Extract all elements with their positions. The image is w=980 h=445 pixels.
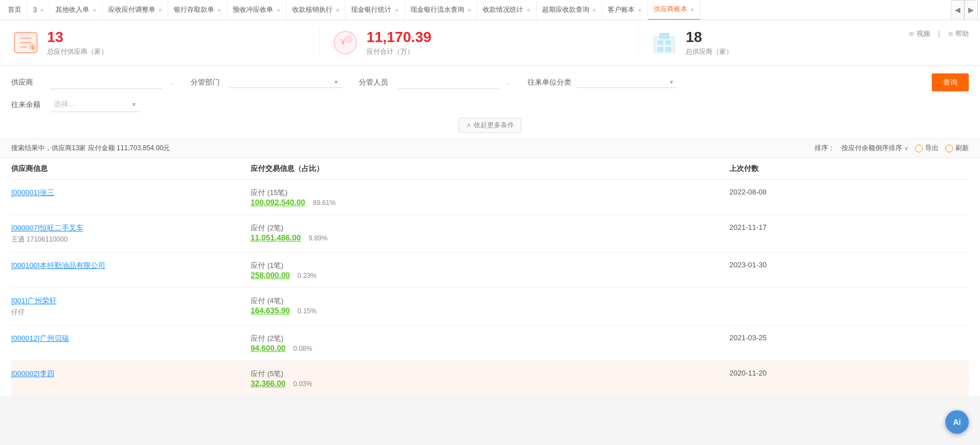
nav-tab-3-close[interactable]: × [40, 7, 44, 13]
tx-count-4: (4笔) [267, 296, 284, 305]
transaction-info-5: 应付 (2笔) 94,600.00 0.08% [251, 333, 729, 353]
nav-tab-cash-flow-label: 现金银行流水查询 [410, 5, 464, 15]
nav-tab-overdue-label: 超期应收款查询 [542, 5, 589, 15]
last-pay-2: 2021-11-17 [729, 223, 969, 231]
payable-suppliers-text: 13 总应付供应商（家） [47, 29, 108, 57]
payable-total-text: 11,170.39 应付合计（万） [367, 29, 432, 57]
nav-tab-cash-flow[interactable]: 现金银行流水查询 × [405, 0, 477, 20]
nav-tab-adjustment-close[interactable]: × [159, 7, 162, 13]
sort-label: 排序： [815, 143, 835, 153]
nav-tab-collection-stats-close[interactable]: × [526, 7, 530, 13]
nav-tab-home[interactable]: 首页 [2, 0, 27, 20]
svg-rect-15 [665, 47, 671, 52]
refresh-button[interactable]: 刷新 [945, 143, 969, 153]
nav-tab-adjustment[interactable]: 应收应付调整单 × [103, 0, 168, 20]
tx-count-2: (2笔) [267, 224, 284, 232]
nav-tab-collection-close[interactable]: × [336, 7, 339, 13]
supplier-link-6[interactable]: [000002]李四 [11, 369, 251, 379]
tx-amount-3[interactable]: 258,000.00 [251, 271, 290, 280]
supplier-link-3[interactable]: [000100]本特勤油品有限公司 [11, 261, 251, 271]
tx-count-1: (15笔) [267, 188, 288, 197]
tx-amount-4[interactable]: 164,635.90 [251, 306, 290, 315]
svg-text:¥: ¥ [31, 45, 34, 50]
payable-suppliers-value: 13 [47, 29, 108, 46]
supplier-info-3: [000100]本特勤油品有限公司 [11, 261, 251, 271]
collapse-filters-button[interactable]: ∧ 收起更多条件 [459, 118, 521, 133]
nav-tab-other-income-close[interactable]: × [93, 7, 96, 13]
dept-filter-label: 分管部门 [191, 77, 224, 87]
supplier-filter-label: 供应商 [11, 77, 45, 87]
payable-total-value: 11,170.39 [367, 29, 432, 46]
export-button[interactable]: 导出 [915, 143, 939, 153]
tx-pct-4: 0.15% [298, 307, 317, 315]
person-filter-dots[interactable]: ... [506, 80, 510, 86]
filter-row-1: 供应商 ... 分管部门 ▼ 分管人员 ... 往来单位分类 ▼ 查询 [11, 73, 969, 91]
supplier-filter-input[interactable] [50, 76, 163, 89]
nav-tab-overdue-close[interactable]: × [593, 7, 596, 13]
svg-rect-11 [654, 37, 674, 53]
result-summary-text: 搜索结果中，供应商13家 应付金额 111,703,854.00元 [11, 143, 170, 153]
nav-tab-bank-deposit[interactable]: 银行存取款单 × [168, 0, 227, 20]
supplier-link-5[interactable]: [000012]广州贝瑞 [11, 333, 251, 344]
supplier-sub-2: 王通 17106110000 [11, 235, 251, 244]
nav-prev-arrow[interactable]: ◀ [951, 0, 964, 20]
tx-label-2: 应付 [251, 224, 265, 232]
supplier-info-1: [000001]张三 [11, 188, 251, 198]
nav-tab-advance[interactable]: 预收冲应收单 × [227, 0, 286, 20]
category-filter-label: 往来单位分类 [528, 77, 571, 87]
main-content: 供应商信息 应付交易信息（占比） 上次付数 [000001]张三 应付 (15笔… [0, 158, 980, 396]
tx-pct-2: 9.89% [308, 234, 327, 242]
person-filter-label: 分管人员 [359, 77, 392, 87]
transaction-info-2: 应付 (2笔) 11,051,486.00 9.89% [251, 223, 729, 242]
nav-tab-supplier-ledger[interactable]: 供应商账本 × [648, 0, 700, 20]
nav-tab-bank-deposit-close[interactable]: × [218, 7, 221, 13]
nav-tab-3-label: 3 [33, 6, 37, 14]
nav-tab-cash-flow-close[interactable]: × [468, 7, 471, 13]
nav-tab-overdue[interactable]: 超期应收款查询 × [537, 0, 602, 20]
nav-tab-customer-ledger-close[interactable]: × [638, 7, 641, 13]
tx-pct-6: 0.03% [293, 380, 312, 388]
nav-next-arrow[interactable]: ▶ [964, 0, 978, 20]
total-suppliers-text: 18 总供应商（家） [686, 29, 733, 57]
supplier-link-1[interactable]: [000001]张三 [11, 188, 251, 198]
table-header: 供应商信息 应付交易信息（占比） 上次付数 [11, 158, 969, 180]
balance-filter-select[interactable]: 选择... ▼ [50, 97, 140, 112]
transaction-info-6: 应付 (5笔) 32,366.00 0.03% [251, 369, 729, 388]
nav-tab-cash-bank[interactable]: 现金银行统计 × [345, 0, 404, 20]
sort-select[interactable]: 按应付余额倒序排序 ∨ [842, 143, 908, 153]
category-filter-select[interactable]: ▼ [577, 77, 678, 88]
total-suppliers-label: 总供应商（家） [686, 47, 733, 57]
nav-tab-collection-stats[interactable]: 收款情况统计 × [477, 0, 536, 20]
tx-amount-6[interactable]: 32,366.00 [251, 379, 285, 388]
tx-amount-2[interactable]: 11,051,486.00 [251, 233, 301, 242]
query-button[interactable]: 查询 [932, 73, 969, 91]
nav-tab-3[interactable]: 3 × [27, 0, 50, 20]
supplier-link-4[interactable]: [001]广州荣轩 [11, 296, 251, 306]
summary-bar: ¥ 13 总应付供应商（家） ¥ 11,170.39 应付合计（万） [0, 20, 980, 66]
supplier-link-2[interactable]: [000007]恒旺二手叉车 [11, 223, 251, 233]
nav-tab-cash-bank-close[interactable]: × [395, 7, 398, 13]
summary-card-payable-total: ¥ 11,170.39 应付合计（万） [331, 28, 639, 57]
nav-tab-collection[interactable]: 收款核销执行 × [286, 0, 345, 20]
nav-tab-supplier-ledger-close[interactable]: × [691, 6, 694, 13]
help-doc-link[interactable]: ⊙ 帮助 [948, 29, 969, 39]
nav-tab-other-income[interactable]: 其他收入单 × [50, 0, 102, 20]
dept-filter-select[interactable]: ▼ [230, 77, 342, 88]
refresh-icon [945, 145, 953, 152]
tx-amount-5[interactable]: 94,600.00 [251, 344, 285, 353]
sort-area: 排序： 按应付余额倒序排序 ∨ 导出 刷新 [815, 143, 969, 153]
nav-tab-customer-ledger[interactable]: 客户账本 × [602, 0, 648, 20]
tx-amount-1[interactable]: 100,092,540.00 [251, 198, 305, 207]
supplier-sub-4: 仔仔 [11, 308, 251, 317]
supplier-filter-dots[interactable]: ... [169, 80, 174, 86]
help-video-link[interactable]: ⊙ 视频 [909, 29, 930, 39]
nav-tab-collection-label: 收款核销执行 [292, 5, 332, 15]
svg-rect-16 [660, 34, 669, 38]
nav-tab-home-label: 首页 [8, 5, 21, 15]
payable-total-label: 应付合计（万） [367, 47, 432, 57]
col-header-last-pay: 上次付数 [729, 164, 969, 174]
nav-tab-advance-close[interactable]: × [276, 7, 280, 13]
person-filter-input[interactable] [398, 76, 499, 89]
transaction-info-1: 应付 (15笔) 100,092,540.00 89.61% [251, 188, 729, 207]
result-bar: 搜索结果中，供应商13家 应付金额 111,703,854.00元 排序： 按应… [0, 139, 980, 158]
